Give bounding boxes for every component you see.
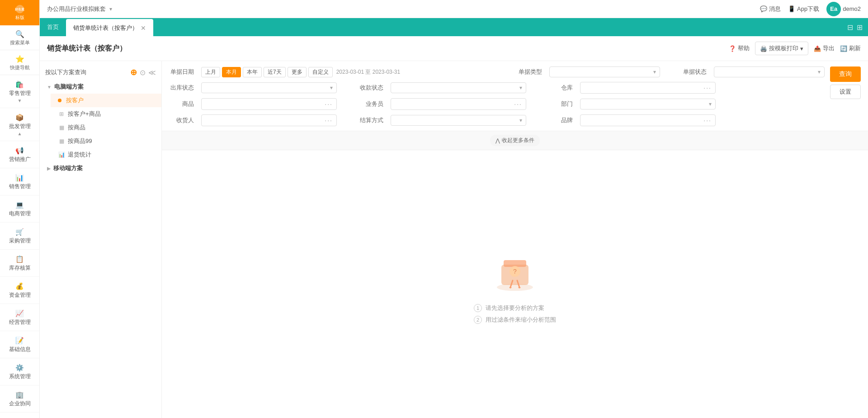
tree-desktop-items: 按客户 ⊞ 按客户+商品 ▦ 按商品 ▦ 按商品99 — [40, 94, 161, 162]
out-status-label: 出库状态 — [169, 84, 194, 92]
query-button[interactable]: 查询 — [830, 66, 861, 82]
tree-item-by-goods[interactable]: ▦ 按商品 — [51, 121, 161, 134]
empty-state: ? 1 请先选择要分析的方案 2 用过滤条件来缩小分析范围 — [162, 150, 868, 418]
date-btn-more[interactable]: 更多 — [288, 67, 307, 77]
collapse-button[interactable]: ⋀ 收起更多条件 — [490, 135, 540, 146]
tree-section-mobile-label: 移动端方案 — [53, 164, 83, 172]
svg-text:好生意: 好生意 — [14, 7, 25, 11]
empty-tip-2: 2 用过滤条件来缩小分析范围 — [474, 316, 556, 324]
tree-section-desktop: ▼ 电脑端方案 — [40, 80, 161, 94]
app-download-button[interactable]: 📱 App下载 — [788, 5, 819, 13]
by-goods-icon: ▦ — [58, 124, 65, 131]
tab-close-icon[interactable]: ✕ — [141, 24, 146, 32]
warehouse-input[interactable]: ··· — [580, 82, 716, 94]
help-button[interactable]: ❓ 帮助 — [729, 44, 750, 52]
tree-item-by-customer[interactable]: 按客户 — [51, 94, 161, 107]
sidebar-quick-nav[interactable]: ⭐ 快捷导航 — [0, 50, 39, 75]
edit-scheme-icon[interactable]: ⊙ — [140, 68, 146, 77]
doc-status-select[interactable]: ▾ — [714, 66, 825, 77]
goods-input[interactable]: ··· — [201, 98, 337, 110]
date-btn-this-year[interactable]: 本年 — [243, 67, 262, 77]
filter-row-3: 商品 ··· 业务员 ··· 部 — [169, 98, 825, 110]
refresh-button[interactable]: 🔄 刷新 — [840, 44, 861, 52]
user-menu[interactable]: Ea demo2 — [826, 2, 861, 16]
tree-item-customer-goods[interactable]: ⊞ 按客户+商品 — [51, 107, 161, 121]
date-btn-custom[interactable]: 自定义 — [308, 67, 333, 77]
tab-minimize-icon[interactable]: ⊟ — [847, 23, 853, 32]
sidebar-item-basic[interactable]: 📝 基础信息 — [0, 331, 39, 358]
doc-type-select[interactable]: ▾ — [549, 66, 660, 77]
brand-input[interactable]: ··· — [580, 114, 716, 126]
sidebar-item-finance[interactable]: 💰 资金管理 — [0, 277, 39, 304]
tab-expand-icon[interactable]: ⊞ — [857, 23, 863, 32]
topbar-left: 办公用品行业模拟账套 ▾ — [47, 5, 112, 13]
warehouse-label: 仓库 — [548, 84, 573, 92]
tree-item-goods99[interactable]: ▦ 按商品99 — [51, 134, 161, 148]
sidebar-item-ecommerce[interactable]: 💻 电商管理 — [0, 195, 39, 223]
settlement-label: 结算方式 — [359, 116, 383, 124]
date-btn-last-month[interactable]: 上月 — [201, 67, 220, 77]
warehouse-dots-icon: ··· — [703, 84, 712, 91]
tabbar: 首页 销货单统计表（按客户） ✕ ⊟ ⊞ — [40, 18, 868, 36]
right-panel: 单据日期 上月 本月 本年 近7天 更多 自定义 2023-03-01 至 20… — [162, 61, 868, 418]
empty-tips: 1 请先选择要分析的方案 2 用过滤条件来缩小分析范围 — [474, 304, 556, 324]
sidebar-item-purchase[interactable]: 🛒 采购管理 — [0, 223, 39, 250]
receiver-input[interactable]: ··· — [201, 114, 337, 126]
tab-sales-stat[interactable]: 销货单统计表（按客户） ✕ — [66, 19, 153, 37]
tree-item-by-goods-label: 按商品 — [68, 124, 85, 132]
page-header: 销货单统计表（按客户） ❓ 帮助 🖨️ 按模板打印 ▾ 📤 导出 🔄 刷新 — [40, 36, 868, 61]
tree-item-return-stat[interactable]: 📊 退货统计 — [51, 148, 161, 162]
empty-illustration: ? — [488, 244, 542, 299]
setup-button[interactable]: 设置 — [830, 85, 861, 99]
out-status-select[interactable]: ▾ — [201, 82, 337, 93]
doc-status-label: 单据状态 — [682, 68, 707, 76]
sidebar-item-wholesale[interactable]: 📦 批发管理 ▲ — [0, 108, 39, 141]
salesperson-dots-icon: ··· — [514, 100, 522, 108]
svg-rect-4 — [504, 260, 526, 267]
collapse-panel-icon[interactable]: ≪ — [148, 68, 156, 77]
sidebar-item-basic-label: 基础信息 — [9, 346, 31, 353]
sidebar-search-menu[interactable]: 🔍 搜索菜单 — [0, 25, 39, 50]
sidebar-item-retail[interactable]: 🛍️ 零售管理 ▼ — [0, 75, 39, 108]
topbar-dropdown-icon[interactable]: ▾ — [109, 6, 112, 12]
sidebar-quick-nav-label: 快捷导航 — [10, 64, 30, 71]
sidebar-item-system[interactable]: ⚙️ 系统管理 — [0, 358, 39, 385]
filter-row-2: 出库状态 ▾ 收款状态 ▾ 仓库 — [169, 82, 825, 94]
message-button[interactable]: 💬 消息 — [760, 5, 781, 13]
sidebar-item-ecommerce-label: 电商管理 — [9, 210, 31, 218]
sidebar-logo: 好生意 标版 — [0, 0, 39, 25]
empty-tip-1-text: 请先选择要分析的方案 — [486, 304, 544, 312]
doc-status-chevron-icon: ▾ — [818, 69, 821, 75]
add-scheme-icon[interactable]: ⊕ — [130, 67, 137, 77]
tab-home-label: 首页 — [47, 23, 59, 31]
collapse-label: 收起更多条件 — [502, 137, 534, 144]
empty-tip-1: 1 请先选择要分析的方案 — [474, 304, 556, 312]
svg-text:?: ? — [513, 268, 517, 275]
settlement-chevron-icon: ▾ — [519, 117, 522, 124]
print-dropdown-icon[interactable]: ▾ — [800, 45, 803, 52]
body-layout: 按以下方案查询 ⊕ ⊙ ≪ ▼ 电脑端方案 按客户 — [40, 61, 868, 418]
sidebar-item-sales[interactable]: 📊 销售管理 — [0, 168, 39, 195]
export-button[interactable]: 📤 导出 — [814, 44, 835, 52]
export-label: 导出 — [823, 44, 835, 52]
sidebar-item-operation[interactable]: 📈 经营管理 — [0, 304, 39, 331]
date-btn-last-7[interactable]: 近7天 — [264, 67, 286, 77]
tree-item-by-customer-label: 按客户 — [66, 96, 84, 104]
sidebar-item-newbie[interactable]: 🎯 新手引导 — [0, 413, 39, 418]
brand-label: 品牌 — [548, 116, 573, 124]
sidebar-item-inventory[interactable]: 📋 库存核算 — [0, 250, 39, 277]
print-button[interactable]: 🖨️ 按模板打印 ▾ — [755, 42, 808, 55]
sidebar-item-marketing[interactable]: 📢 营销推广 — [0, 141, 39, 168]
sidebar-item-enterprise[interactable]: 🏢 企业协同 — [0, 385, 39, 413]
salesperson-input[interactable]: ··· — [391, 98, 526, 110]
date-btn-this-month[interactable]: 本月 — [222, 67, 241, 77]
tree-expand-mobile-icon[interactable]: ▶ — [47, 166, 51, 171]
tab-home[interactable]: 首页 — [40, 18, 66, 36]
settlement-select[interactable]: ▾ — [391, 115, 526, 126]
dept-select[interactable]: ▾ — [580, 99, 716, 109]
receipt-status-select[interactable]: ▾ — [391, 82, 526, 93]
filter-top-section: 单据日期 上月 本月 本年 近7天 更多 自定义 2023-03-01 至 20… — [162, 61, 868, 131]
tree-expand-icon[interactable]: ▼ — [47, 85, 52, 90]
active-dot-icon — [58, 99, 61, 102]
brand-dots-icon: ··· — [703, 117, 712, 124]
